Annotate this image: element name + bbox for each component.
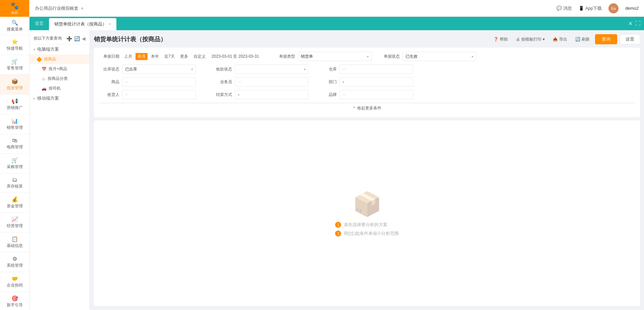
date-range-value: 2023-03-01 至 2023-03-31 <box>212 54 259 59</box>
sidebar-item-search-label: 搜索菜单 <box>7 27 23 32</box>
type-value: 销货单 <box>301 54 313 59</box>
sidebar-item-retail[interactable]: 🛒 零售管理 <box>0 55 29 75</box>
type-select[interactable]: 销货单 ▾ <box>298 52 372 61</box>
export-btn[interactable]: 📤 导出 <box>550 35 570 44</box>
avatar[interactable]: Ea <box>608 3 619 13</box>
status-value: 已生效 <box>406 54 418 59</box>
date-filter: 上月 本月 本年 近7天 更多 自定义 2023-03-01 至 2023-03… <box>122 52 259 61</box>
driver-icon: 🚗 <box>42 86 47 91</box>
topbar-left: 办公用品行业模拟账套 ▾ <box>35 5 83 11</box>
sidebar-item-operations[interactable]: 📈 经营管理 <box>0 213 29 232</box>
receiver-select[interactable]: ··· <box>122 90 196 99</box>
operations-icon: 📈 <box>11 216 18 222</box>
tree-sub-monthly-goods-label: 按月+商品 <box>49 66 67 72</box>
wholesale-icon: 📦 <box>11 78 18 85</box>
storage-select[interactable]: ··· <box>339 64 413 74</box>
sidebar-item-basic[interactable]: 📋 基础信息 <box>0 232 29 252</box>
staff-dots[interactable]: ··· <box>238 80 241 84</box>
tab-home[interactable]: 首页 <box>30 17 49 30</box>
refresh-plan-icon[interactable]: 🔄 <box>74 36 80 41</box>
storage-label: 仓库 <box>317 66 337 72</box>
goods-select[interactable]: ··· <box>122 77 196 87</box>
date-tab-last-month[interactable]: 上月 <box>122 53 134 60</box>
tree-item-by-goods[interactable]: 🔶 按商品 <box>30 54 90 64</box>
tree-mobile-arrow: ▸ <box>34 97 35 100</box>
tabbar-right: ✕ ⛶ <box>625 20 644 27</box>
date-tab-custom[interactable]: 自定义 <box>192 53 208 60</box>
logo[interactable]: 🐾 标损 <box>0 0 29 17</box>
monthly-goods-icon: 📅 <box>42 67 47 71</box>
set-button[interactable]: 设置 <box>620 34 640 44</box>
empty-tip-2: 2 用[过滤]条件来缩小分析范围 <box>335 230 398 237</box>
tree-group-pc-label: 电脑端方案 <box>37 46 59 52</box>
tree-sub-goods-category[interactable]: 🗂 按商品分类 <box>30 74 90 84</box>
tab-close-icon[interactable]: × <box>109 22 111 27</box>
message-icon: 💬 <box>556 6 562 11</box>
sidebar-item-marketing[interactable]: 📢 营销推广 <box>0 95 29 114</box>
app-download-btn[interactable]: 📱 App下载 <box>579 5 602 11</box>
dept-select[interactable]: ▾ <box>339 77 413 87</box>
sidebar-item-wholesale[interactable]: 📦 批发管理 <box>0 75 29 95</box>
export-label: 导出 <box>559 37 567 42</box>
search-icon: 🔍 <box>11 19 18 26</box>
help-btn[interactable]: ❓ 帮助 <box>491 35 511 44</box>
sidebar-item-quicknav[interactable]: ⭐ 快捷导航 <box>0 35 29 55</box>
avatar-initials: Ea <box>611 6 616 10</box>
payment-select[interactable]: ▾ <box>235 64 309 74</box>
sidebar-item-newguide-label: 新手引导 <box>7 302 23 308</box>
template-print-btn[interactable]: 🖨 按模板打印 ▾ <box>513 35 547 44</box>
refresh-btn[interactable]: 🔄 刷新 <box>573 35 592 44</box>
refresh-label: 刷新 <box>582 37 590 42</box>
brand-select[interactable]: ··· <box>339 90 413 99</box>
tab-sales-report[interactable]: 销货单统计计表（按商品） × <box>49 18 116 30</box>
message-btn[interactable]: 💬 消息 <box>556 5 572 11</box>
sidebar-item-system[interactable]: ⚙ 系统管理 <box>0 252 29 272</box>
sidebar-item-purchase[interactable]: 🛒 采购管理 <box>0 154 29 173</box>
system-icon: ⚙ <box>12 256 17 262</box>
collapse-panel-icon[interactable]: ◀ <box>82 36 86 41</box>
date-tab-current-month[interactable]: 本月 <box>136 53 148 60</box>
date-tab-7days[interactable]: 近7天 <box>162 53 177 60</box>
sidebar-item-enterprise[interactable]: 🤝 企业协同 <box>0 272 29 292</box>
warehouse-label: 出库状态 <box>99 66 119 72</box>
print-icon: 🖨 <box>516 37 520 42</box>
staff-select[interactable]: ··· <box>235 77 309 87</box>
purchase-icon: 🛒 <box>11 157 18 163</box>
sidebar-item-sales[interactable]: 📊 销售管理 <box>0 114 29 134</box>
storage-dots[interactable]: ··· <box>342 67 346 71</box>
page-actions: ❓ 帮助 🖨 按模板打印 ▾ 📤 导出 🔄 刷新 <box>491 34 640 44</box>
date-tab-current-year[interactable]: 本年 <box>149 53 161 60</box>
tree-group-mobile[interactable]: ▸ 移动端方案 <box>30 93 90 103</box>
sales-icon: 📊 <box>11 118 18 124</box>
receiver-dots[interactable]: ··· <box>125 92 128 97</box>
brand-dots[interactable]: ··· <box>342 92 346 97</box>
tab-sales-report-label: 销货单统计计表（按商品） <box>54 21 107 27</box>
warehouse-select[interactable]: 已出库 ▾ <box>122 64 196 74</box>
page-title: 销货单统计计表（按商品） <box>94 35 166 43</box>
add-plan-icon[interactable]: ➕ <box>66 36 72 41</box>
tree-group-pc[interactable]: ▾ 电脑端方案 <box>30 44 90 54</box>
date-tab-more[interactable]: 更多 <box>178 53 190 60</box>
sidebar-item-inventory[interactable]: 🗂 库存核算 <box>0 173 29 193</box>
tab-maximize-icon[interactable]: ⛶ <box>635 20 641 27</box>
message-label: 消息 <box>563 5 572 11</box>
basic-icon: 📋 <box>11 236 18 242</box>
topbar-right: 💬 消息 📱 App下载 Ea demo2 <box>556 3 639 13</box>
settlement-select[interactable]: ▾ <box>235 90 309 99</box>
tree-sub-goods-category-label: 按商品分类 <box>48 76 68 82</box>
sidebar-item-newguide[interactable]: 🎯 新手引导 <box>0 292 29 310</box>
tree-sub-monthly-goods[interactable]: 📅 按月+商品 <box>30 64 90 74</box>
tab-close-all-icon[interactable]: ✕ <box>628 20 633 27</box>
collapse-btn[interactable]: ⌃ 收起更多条件 <box>99 103 635 113</box>
tree-sub-driver[interactable]: 🚗 按司机 <box>30 84 90 93</box>
query-button[interactable]: 查询 <box>595 34 617 44</box>
filter-row-4: 收货人 ··· 结算方式 ▾ 品牌 ··· <box>99 90 635 99</box>
goods-dots[interactable]: ··· <box>125 80 128 84</box>
topbar-dropdown-arrow[interactable]: ▾ <box>81 6 83 11</box>
status-select[interactable]: 已生效 ▾ <box>402 52 476 61</box>
sidebar-item-search[interactable]: 🔍 搜索菜单 <box>0 17 29 35</box>
date-tabs: 上月 本月 本年 近7天 更多 自定义 <box>122 53 208 60</box>
sidebar-item-finance[interactable]: 💰 资金管理 <box>0 193 29 213</box>
topbar: 办公用品行业模拟账套 ▾ 💬 消息 📱 App下载 Ea demo2 <box>30 0 644 17</box>
sidebar-item-ecommerce[interactable]: 🛍 电商管理 <box>0 134 29 154</box>
